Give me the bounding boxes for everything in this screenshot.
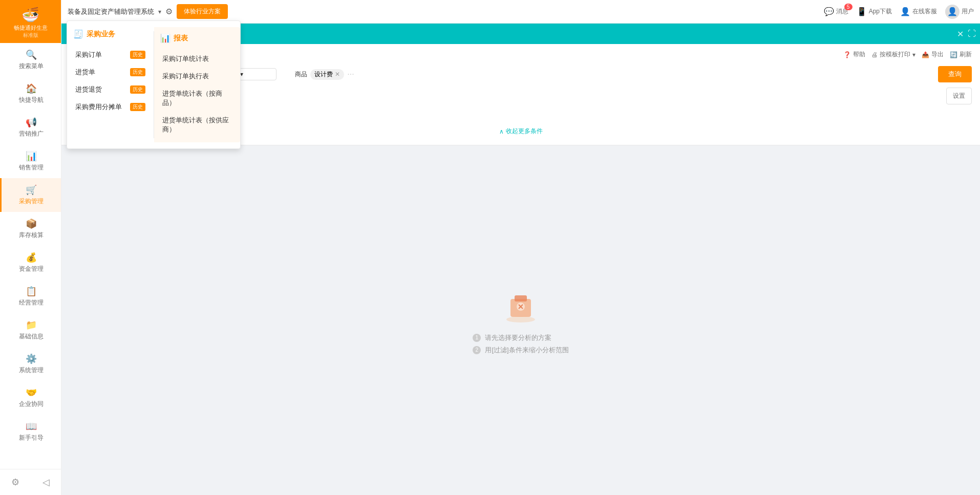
header-right: 💬 消息 5 📱 App下载 👤 在线客服 👤 用户 <box>824 5 974 19</box>
collapse-arrow-icon: ∧ <box>499 128 504 135</box>
goods-tag-text: 设计费 <box>314 70 333 79</box>
system-title: 装备及固定资产辅助管理系统 <box>68 7 154 16</box>
quick-icon: 🏠 <box>26 83 37 94</box>
sidebar: 🍜 畅捷通好生意 标准版 🔍 搜索菜单 🏠 快捷导航 📢 营销推广 📊 销售管理… <box>0 0 61 495</box>
dropdown-item-incoming-by-supplier[interactable]: 进货单统计表（按供应商） <box>160 112 235 138</box>
tab-maximize-icon[interactable]: ⛶ <box>968 29 976 38</box>
inventory-icon: 📦 <box>26 218 37 229</box>
help-btn[interactable]: ❓ 帮助 <box>843 50 865 59</box>
sidebar-bottom: ⚙ ◁ <box>0 469 61 495</box>
order-exec-label: 采购订单执行表 <box>162 72 209 81</box>
purchase-dropdown-menu: 🧾 采购业务 采购订单 历史 进货单 历史 进货退货 历史 采购费用分摊单 历史 <box>67 20 241 149</box>
export-icon: 📤 <box>922 51 929 58</box>
logo: 🍜 畅捷通好生意 标准版 <box>0 0 61 43</box>
search-icon: 🔍 <box>26 49 37 60</box>
system-label: 系统管理 <box>19 366 44 375</box>
sidebar-item-finance[interactable]: 💰 资金管理 <box>0 246 61 279</box>
header-settings-icon[interactable]: ⚙ <box>165 7 173 16</box>
dropdown-item-expense[interactable]: 采购费用分摊单 历史 <box>73 98 147 116</box>
online-service-item[interactable]: 👤 在线客服 <box>900 7 937 16</box>
help-label: 帮助 <box>853 50 865 59</box>
print-icon: 🖨 <box>871 51 878 58</box>
incoming-by-goods-label: 进货单统计表（按商品） <box>162 89 232 107</box>
query-button[interactable]: 查询 <box>938 66 972 82</box>
status-select[interactable]: ▾ <box>236 68 276 80</box>
app-download-item[interactable]: 📱 App下载 <box>857 7 892 16</box>
goods-tag-close[interactable]: ✕ <box>335 71 340 78</box>
message-badge: 5 <box>844 4 853 10</box>
collapse-sidebar-icon[interactable]: ◁ <box>40 475 52 490</box>
sidebar-item-system[interactable]: ⚙️ 系统管理 <box>0 347 61 381</box>
purchase-icon: 🛒 <box>26 184 37 196</box>
sidebar-nav: 🔍 搜索菜单 🏠 快捷导航 📢 营销推广 📊 销售管理 🛒 采购管理 📦 库存核… <box>0 43 61 469</box>
report-header-icon: 📊 <box>160 33 171 43</box>
user-label: 用户 <box>962 7 974 16</box>
empty-illustration <box>500 286 541 327</box>
order-stats-label: 采购订单统计表 <box>162 54 209 63</box>
dropdown-item-incoming[interactable]: 进货单 历史 <box>73 63 147 81</box>
marketing-label: 营销推广 <box>19 130 44 138</box>
svg-point-0 <box>506 316 535 322</box>
sidebar-item-operation[interactable]: 📋 经营管理 <box>0 279 61 313</box>
message-icon: 💬 <box>824 7 834 16</box>
empty-state: 1 请先选择要分析的方案 2 用[过滤]条件来缩小分析范围 <box>61 145 980 495</box>
return-label: 进货退货 <box>75 85 102 94</box>
goods-ellipsis[interactable]: ··· <box>347 70 354 79</box>
export-label: 导出 <box>931 50 944 59</box>
sidebar-item-inventory[interactable]: 📦 库存核算 <box>0 212 61 246</box>
user-item[interactable]: 👤 用户 <box>945 5 974 19</box>
dropdown-item-purchase-order[interactable]: 采购订单 历史 <box>73 46 147 63</box>
incoming-label: 进货单 <box>75 68 95 77</box>
goods-tag: 设计费 ✕ <box>310 69 344 80</box>
guide-label: 新手引导 <box>19 434 44 442</box>
basic-icon: 📁 <box>26 319 37 331</box>
sidebar-item-guide[interactable]: 📖 新手引导 <box>0 415 61 448</box>
sidebar-item-sales[interactable]: 📊 销售管理 <box>0 144 61 178</box>
purchase-order-label: 采购订单 <box>75 50 102 59</box>
print-btn[interactable]: 🖨 按模板打印 ▾ <box>871 50 915 59</box>
sidebar-item-search[interactable]: 🔍 搜索菜单 <box>0 43 61 77</box>
logo-text: 畅捷通好生意 <box>14 24 48 32</box>
sidebar-item-basic[interactable]: 📁 基础信息 <box>0 313 61 347</box>
app-label: App下载 <box>869 7 892 16</box>
message-item[interactable]: 💬 消息 5 <box>824 7 848 16</box>
tab-close-all-icon[interactable]: ✕ <box>957 29 964 39</box>
sidebar-item-enterprise[interactable]: 🤝 企业协同 <box>0 381 61 415</box>
purchase-order-history-badge: 历史 <box>130 51 145 59</box>
logo-sub: 标准版 <box>23 32 38 39</box>
sales-icon: 📊 <box>26 150 37 162</box>
dropdown-columns: 🧾 采购业务 采购订单 历史 进货单 历史 进货退货 历史 采购费用分摊单 历史 <box>67 27 240 142</box>
sales-label: 销售管理 <box>19 163 44 172</box>
tip-num-1: 1 <box>473 334 481 342</box>
export-btn[interactable]: 📤 导出 <box>922 50 944 59</box>
status-select-arrow: ▾ <box>240 71 243 78</box>
refresh-btn[interactable]: 🔄 刷新 <box>950 50 972 59</box>
tab-bar-actions: ✕ ⛶ <box>957 29 976 39</box>
dropdown-item-incoming-by-goods[interactable]: 进货单统计表（按商品） <box>160 85 235 112</box>
settings-button[interactable]: 设置 <box>946 88 972 104</box>
sidebar-item-purchase[interactable]: 🛒 采购管理 <box>0 178 61 212</box>
service-label: 在线客服 <box>912 7 937 16</box>
report-section-title: 报表 <box>174 34 188 43</box>
purchase-header-icon: 🧾 <box>73 29 83 39</box>
sidebar-item-quick[interactable]: 🏠 快捷导航 <box>0 77 61 111</box>
dropdown-item-order-stats[interactable]: 采购订单统计表 <box>160 50 235 68</box>
industry-btn[interactable]: 体验行业方案 <box>177 4 228 19</box>
sidebar-item-marketing[interactable]: 📢 营销推广 <box>0 111 61 144</box>
inventory-label: 库存核算 <box>19 231 44 240</box>
expense-history-badge: 历史 <box>130 103 145 111</box>
empty-tips: 1 请先选择要分析的方案 2 用[过滤]条件来缩小分析范围 <box>473 333 568 355</box>
user-avatar: 👤 <box>945 5 960 19</box>
service-icon: 👤 <box>900 7 910 16</box>
settings-bottom-icon[interactable]: ⚙ <box>9 475 22 490</box>
dropdown-item-order-exec[interactable]: 采购订单执行表 <box>160 68 235 85</box>
help-icon: ❓ <box>843 51 851 58</box>
dropdown-item-return[interactable]: 进货退货 历史 <box>73 81 147 98</box>
purchase-business-col: 🧾 采购业务 采购订单 历史 进货单 历史 进货退货 历史 采购费用分摊单 历史 <box>67 27 154 142</box>
system-dropdown-icon[interactable]: ▾ <box>158 8 161 15</box>
print-dropdown-icon[interactable]: ▾ <box>912 51 915 58</box>
refresh-label: 刷新 <box>960 50 972 59</box>
finance-icon: 💰 <box>26 252 37 263</box>
marketing-icon: 📢 <box>26 117 37 128</box>
goods-filter-group: 商品 设计费 ✕ ··· <box>295 69 354 80</box>
